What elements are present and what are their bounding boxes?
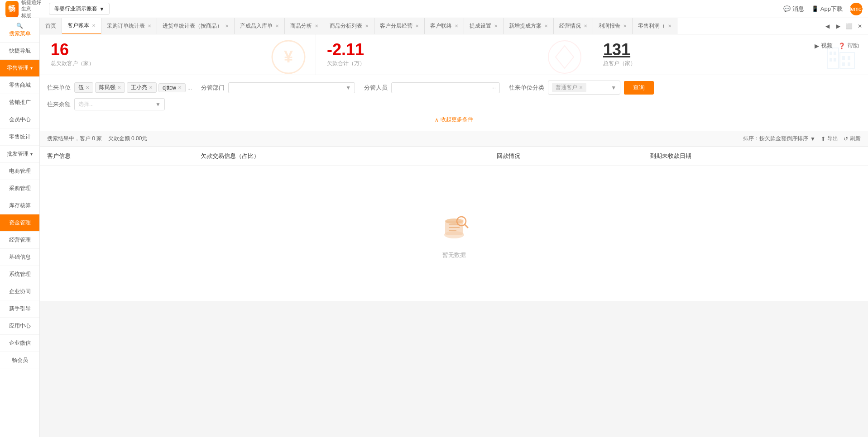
tab-close-purchase-order-stats[interactable]: ✕ bbox=[148, 24, 151, 28]
tab-close-product-analysis-list[interactable]: ✕ bbox=[365, 24, 369, 28]
tab-close-customer-ledger[interactable]: ✕ bbox=[92, 23, 96, 28]
tab-customer-ledger[interactable]: 客户账本 ✕ bbox=[62, 18, 101, 34]
tab-inbound-stats[interactable]: 进货单统计表（按商品） ✕ bbox=[157, 18, 235, 34]
sidebar-item-retail-mall[interactable]: 零售商城 bbox=[0, 77, 39, 94]
tab-product-analysis-list[interactable]: 商品分析列表 ✕ bbox=[324, 18, 374, 34]
stat-card-overdue-amount: -2.11 欠款合计（万） bbox=[316, 34, 592, 75]
tab-product-analysis[interactable]: 商品分析 ✕ bbox=[285, 18, 324, 34]
sidebar-item-biz-wechat[interactable]: 企业微信 bbox=[0, 335, 39, 352]
logo-icon: 畅 bbox=[5, 1, 19, 17]
svg-rect-8 bbox=[830, 58, 832, 62]
tab-purchase-order-stats[interactable]: 采购订单统计表 ✕ bbox=[101, 18, 157, 34]
sidebar-item-retail-mgmt[interactable]: 零售管理 ▾ bbox=[0, 60, 39, 77]
unit-class-select[interactable]: 普通客户 ✕ ▼ bbox=[548, 81, 620, 95]
tab-profit-report[interactable]: 利润报告 ✕ bbox=[593, 18, 633, 34]
workspace-selector[interactable]: 母婴行业演示账套 ▼ bbox=[49, 3, 110, 15]
svg-rect-6 bbox=[830, 52, 832, 55]
total-customers-number: 131 bbox=[603, 42, 636, 58]
sidebar-item-sys-mgmt[interactable]: 系统管理 bbox=[0, 266, 39, 283]
sidebar-item-inventory[interactable]: 库存核算 bbox=[0, 197, 39, 214]
sidebar-item-finance-mgmt[interactable]: 资金管理 bbox=[0, 214, 39, 232]
avatar[interactable]: demo2 bbox=[850, 3, 863, 15]
message-btn[interactable]: 💬 消息 bbox=[783, 5, 804, 13]
unit-tag-wu-close[interactable]: ✕ bbox=[86, 85, 89, 90]
balance-select[interactable]: 选择... ▼ bbox=[74, 98, 165, 110]
tab-bar: 首页 客户账本 ✕ 采购订单统计表 ✕ 进货单统计表（按商品） ✕ 产成品入库单… bbox=[40, 18, 868, 34]
tab-close-retail-profit[interactable]: ✕ bbox=[668, 24, 671, 28]
collapse-more-btn[interactable]: ∧ 收起更多条件 bbox=[47, 114, 861, 125]
person-select[interactable]: ··· bbox=[391, 82, 500, 93]
tab-menu-btn[interactable]: ⬜ bbox=[844, 22, 854, 31]
unit-class-filter-label: 往来单位分类 bbox=[509, 84, 544, 92]
filter-more-btn[interactable]: ... bbox=[187, 85, 192, 91]
sidebar-item-corp-collab[interactable]: 企业协同 bbox=[0, 283, 39, 300]
page-inner: ¥ 16 总欠款客户（家） bbox=[40, 34, 868, 301]
video-link[interactable]: ▶ 视频 bbox=[815, 42, 833, 50]
refresh-btn[interactable]: ↺ 刷新 bbox=[844, 135, 861, 142]
table-col-overdue-info: 欠款交易信息（占比） bbox=[193, 147, 489, 166]
sidebar-item-ops-mgmt[interactable]: 经营管理 bbox=[0, 232, 39, 249]
unit-class-tag-close[interactable]: ✕ bbox=[579, 85, 583, 90]
help-icon: ❓ bbox=[838, 43, 845, 49]
overdue-amount-number: -2.11 bbox=[327, 42, 365, 58]
tab-close-inbound-stats[interactable]: ✕ bbox=[225, 24, 229, 28]
tab-close-new-promotion[interactable]: ✕ bbox=[544, 24, 548, 28]
dept-select[interactable]: ▼ bbox=[228, 82, 355, 93]
sidebar-item-new-guide[interactable]: 新手引导 bbox=[0, 300, 39, 318]
sidebar-item-basic-info[interactable]: 基础信息 bbox=[0, 249, 39, 266]
tab-close-ops-status[interactable]: ✕ bbox=[584, 24, 587, 28]
overdue-customers-number: 16 bbox=[51, 42, 94, 58]
tab-prev-btn[interactable]: ◀ bbox=[823, 22, 832, 31]
sidebar-item-member-center[interactable]: 会员中心 bbox=[0, 111, 39, 128]
tab-new-promotion[interactable]: 新增提成方案 ✕ bbox=[504, 18, 554, 34]
tab-cost-inbound[interactable]: 产成品入库单 ✕ bbox=[235, 18, 285, 34]
app-download-btn[interactable]: 📱 App下载 bbox=[811, 5, 843, 13]
sidebar-item-ecom-mgmt[interactable]: 电商管理 bbox=[0, 163, 39, 180]
unit-tag-cjttcw: cjttcw ✕ bbox=[158, 83, 186, 92]
content-area: 首页 客户账本 ✕ 采购订单统计表 ✕ 进货单统计表（按商品） ✕ 产成品入库单… bbox=[40, 18, 868, 437]
no-data-icon bbox=[436, 208, 472, 244]
tab-close-all-btn[interactable]: ✕ bbox=[855, 22, 864, 31]
chevron-down-icon: ▼ bbox=[345, 85, 351, 91]
tab-close-customer-contact[interactable]: ✕ bbox=[455, 24, 458, 28]
filter-row-1: 往来单位 伍 ✕ 陈民强 ✕ bbox=[47, 81, 861, 95]
sidebar-item-marketing[interactable]: 营销推广 bbox=[0, 94, 39, 111]
sidebar-search[interactable]: 🔍 搜索菜单 bbox=[0, 18, 39, 43]
sidebar-item-retail-stats[interactable]: 零售统计 bbox=[0, 128, 39, 146]
tab-close-customer-segment[interactable]: ✕ bbox=[415, 24, 419, 28]
sidebar-item-wholesale-mgmt[interactable]: 批发管理 ▾ bbox=[0, 146, 39, 163]
table-header: 客户信息 欠款交易信息（占比） 回款情况 到期未收款日期 bbox=[40, 147, 868, 166]
tab-close-promotion-settings[interactable]: ✕ bbox=[494, 24, 498, 28]
tab-close-cost-inbound[interactable]: ✕ bbox=[275, 24, 279, 28]
unit-tag-chen-close[interactable]: ✕ bbox=[117, 85, 121, 90]
logo: 畅 畅捷通好生意 标版 bbox=[5, 0, 45, 19]
svg-line-21 bbox=[465, 224, 468, 228]
export-btn[interactable]: ⬆ 导出 bbox=[821, 135, 838, 142]
tab-close-profit-report[interactable]: ✕ bbox=[623, 24, 627, 28]
query-button[interactable]: 查询 bbox=[624, 81, 654, 95]
tab-close-product-analysis[interactable]: ✕ bbox=[315, 24, 318, 28]
search-icon: 🔍 bbox=[16, 23, 23, 29]
unit-tag-cjttcw-close[interactable]: ✕ bbox=[178, 85, 182, 90]
tab-customer-segment[interactable]: 客户分层经营 ✕ bbox=[374, 18, 425, 34]
tab-ops-status[interactable]: 经营情况 ✕ bbox=[554, 18, 593, 34]
export-icon: ⬆ bbox=[821, 136, 825, 142]
sidebar-item-app-center[interactable]: 应用中心 bbox=[0, 318, 39, 335]
results-bar: 搜索结果中，客户 0 家 欠款金额 0.00元 排序：按欠款金额倒序排序 bbox=[40, 131, 868, 147]
tab-retail-profit[interactable]: 零售利润（ ✕ bbox=[633, 18, 677, 34]
empty-row: 暂无数据 bbox=[40, 166, 868, 301]
sidebar-item-vip-member[interactable]: 畅会员 bbox=[0, 352, 39, 369]
more-icon: ··· bbox=[491, 85, 496, 91]
tab-next-btn[interactable]: ▶ bbox=[834, 22, 843, 31]
tab-home[interactable]: 首页 bbox=[40, 18, 62, 34]
tab-promotion-settings[interactable]: 提成设置 ✕ bbox=[464, 18, 504, 34]
tab-customer-contact[interactable]: 客户联络 ✕ bbox=[425, 18, 464, 34]
help-link[interactable]: ❓ 帮助 bbox=[838, 42, 859, 50]
total-customers-label: 总客户（家） bbox=[603, 60, 636, 67]
empty-state: 暂无数据 bbox=[47, 171, 861, 295]
sort-select[interactable]: 排序：按欠款金额倒序排序 ▼ bbox=[743, 135, 815, 142]
svg-rect-4 bbox=[827, 48, 839, 68]
sidebar-item-purchase-mgmt[interactable]: 采购管理 bbox=[0, 180, 39, 197]
unit-tag-wang-close[interactable]: ✕ bbox=[149, 85, 153, 90]
sidebar-item-quick-nav[interactable]: 快捷导航 bbox=[0, 43, 39, 60]
